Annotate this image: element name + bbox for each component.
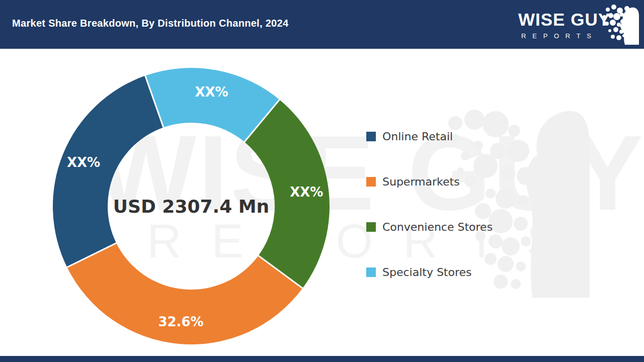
legend-label: Convenience Stores (382, 221, 493, 233)
legend-item-convenience-stores: Convenience Stores (366, 220, 493, 234)
header-bar: Market Share Breakdown, By Distribution … (0, 0, 644, 49)
page: WISE GUY REPORTS XX%XX%32.6%XX% USD 2307… (0, 0, 644, 362)
logo-wordmark: WISE GUY (518, 10, 610, 29)
legend-label: Supermarkets (382, 175, 460, 188)
legend-item-online-retail: Online Retail (366, 129, 493, 143)
donut-chart: XX%XX%32.6%XX% USD 2307.4 Mn (50, 64, 332, 347)
legend-swatch-online-retail (366, 132, 376, 141)
logo-head-dots-icon (603, 5, 639, 45)
segment-value-label: 32.6% (158, 314, 203, 329)
page-title: Market Share Breakdown, By Distribution … (12, 18, 288, 29)
legend-swatch-specialty-stores (366, 267, 376, 277)
legend-item-supermarkets: Supermarkets (366, 174, 493, 189)
segment-value-label: XX% (195, 84, 228, 100)
legend-swatch-supermarkets (366, 177, 376, 187)
legend-label: Online Retail (382, 130, 453, 143)
segment-value-label: XX% (290, 185, 323, 200)
legend-item-specialty-stores: Specialty Stores (366, 265, 493, 279)
chart-legend: Online Retail Supermarkets Convenience S… (366, 129, 493, 310)
segment-value-label: XX% (67, 155, 100, 170)
donut-segment-online-retail (53, 76, 164, 267)
legend-swatch-convenience-stores (366, 222, 376, 232)
wise-guy-reports-logo: WISE GUY R E P O R T S (517, 3, 639, 46)
footer-bar (0, 356, 644, 362)
logo-subtitle: R E P O R T S (521, 32, 594, 40)
donut-center-value: USD 2307.4 Mn (113, 196, 269, 217)
legend-label: Specialty Stores (382, 266, 472, 279)
